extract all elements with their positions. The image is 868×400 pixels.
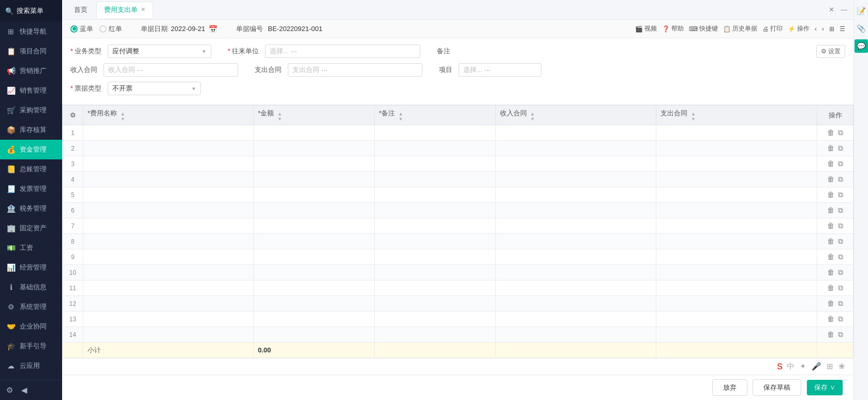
row-amount[interactable] [254, 312, 375, 327]
row-expense-contract[interactable] [656, 265, 817, 280]
row-note[interactable] [374, 203, 495, 218]
toolbar-nav-prev[interactable]: ‹ [815, 25, 817, 33]
row-expense-contract[interactable] [656, 125, 817, 141]
row-expense-name[interactable] [83, 296, 254, 312]
toolbar-list-icon[interactable]: ☰ [840, 25, 845, 33]
close-window-icon[interactable]: ✕ [827, 5, 836, 14]
row-copy-icon[interactable]: ⧉ [838, 253, 843, 261]
row-expense-contract[interactable] [656, 296, 817, 312]
row-income-contract[interactable] [495, 296, 656, 312]
row-income-contract[interactable] [495, 249, 656, 265]
row-note[interactable] [374, 172, 495, 187]
row-income-contract[interactable] [495, 156, 656, 172]
row-note[interactable] [374, 156, 495, 172]
sidebar-item-system[interactable]: ⚙系统管理 [0, 297, 62, 317]
sidebar-item-quick-nav[interactable]: ⊞快捷导航 [0, 22, 62, 41]
sidebar-item-operations[interactable]: 📊经营管理 [0, 258, 62, 277]
row-expense-name[interactable] [83, 156, 254, 172]
row-delete-icon[interactable]: 🗑 [827, 315, 834, 323]
sidebar-search[interactable]: 🔍 搜索菜单 [0, 0, 62, 22]
row-expense-contract[interactable] [656, 218, 817, 234]
row-amount[interactable] [254, 234, 375, 249]
row-note[interactable] [374, 296, 495, 312]
calendar-icon[interactable]: 📅 [209, 25, 217, 33]
toolbar-grid-icon[interactable]: ⊞ [829, 25, 834, 33]
brand-icon-5[interactable]: ❀ [838, 362, 845, 372]
row-amount[interactable] [254, 187, 375, 203]
row-expense-name[interactable] [83, 265, 254, 280]
red-bill-radio[interactable]: 红单 [99, 24, 122, 34]
row-expense-contract[interactable] [656, 141, 817, 156]
row-note[interactable] [374, 280, 495, 296]
income-contract-dots[interactable]: ··· [137, 66, 143, 74]
settings-icon[interactable]: ⚙ [6, 386, 13, 395]
row-expense-name[interactable] [83, 327, 254, 343]
row-expense-contract[interactable] [656, 327, 817, 343]
row-copy-icon[interactable]: ⧉ [838, 159, 843, 168]
right-panel-note[interactable]: 📝 [855, 4, 868, 18]
sidebar-item-purchase[interactable]: 🛒采购管理 [0, 100, 62, 120]
project-dots[interactable]: ··· [484, 66, 491, 74]
sidebar-item-fixed-assets[interactable]: 🏢固定资产 [0, 218, 62, 238]
ops-btn[interactable]: ⚡ 操作 [788, 24, 810, 33]
row-delete-icon[interactable]: 🗑 [827, 175, 834, 183]
sidebar-item-tax[interactable]: 🏦税务管理 [0, 199, 62, 218]
row-delete-icon[interactable]: 🗑 [827, 268, 834, 276]
row-copy-icon[interactable]: ⧉ [838, 237, 843, 245]
sidebar-item-newbie[interactable]: 🎓新手引导 [0, 336, 62, 356]
shortcut-btn[interactable]: ⌨ 快捷键 [689, 24, 718, 33]
minimize-icon[interactable]: — [838, 5, 849, 14]
sidebar-item-marketing[interactable]: 📢营销推广 [0, 61, 62, 81]
row-copy-icon[interactable]: ⧉ [838, 299, 843, 307]
sidebar-item-project-contract[interactable]: 📋项目合同 [0, 41, 62, 61]
blue-bill-radio[interactable]: 蓝单 [70, 24, 93, 34]
row-delete-icon[interactable]: 🗑 [827, 237, 834, 245]
row-income-contract[interactable] [495, 234, 656, 249]
row-copy-icon[interactable]: ⧉ [838, 175, 843, 183]
row-amount[interactable] [254, 172, 375, 187]
expense-contract-field[interactable]: 支出合同 ··· [288, 63, 422, 77]
sidebar-item-payroll[interactable]: 💵工资 [0, 238, 62, 258]
income-contract-field[interactable]: 收入合同 ··· [104, 63, 238, 77]
row-income-contract[interactable] [495, 187, 656, 203]
row-delete-icon[interactable]: 🗑 [827, 253, 834, 261]
row-expense-contract[interactable] [656, 280, 817, 296]
partner-field[interactable]: 选择... ··· [265, 45, 420, 58]
row-delete-icon[interactable]: 🗑 [827, 284, 834, 292]
sidebar-item-sales[interactable]: 📈销售管理 [0, 81, 62, 100]
row-expense-contract[interactable] [656, 249, 817, 265]
expense-contract-dots[interactable]: ··· [321, 66, 328, 74]
sidebar-item-cloud-apps[interactable]: ☁云应用 [0, 356, 62, 376]
brand-icon-4[interactable]: ⊞ [827, 362, 833, 372]
row-note[interactable] [374, 249, 495, 265]
row-copy-icon[interactable]: ⧉ [838, 315, 843, 323]
row-amount[interactable] [254, 265, 375, 280]
row-copy-icon[interactable]: ⧉ [838, 330, 843, 338]
tab-expense[interactable]: 费用支出单✕ [96, 2, 153, 18]
row-expense-contract[interactable] [656, 187, 817, 203]
history-btn[interactable]: 📋 历史单据 [723, 24, 757, 33]
biz-type-select[interactable]: 应付调整 ▼ [108, 45, 211, 58]
row-expense-contract[interactable] [656, 172, 817, 187]
row-note[interactable] [374, 312, 495, 327]
save-draft-button[interactable]: 保存草稿 [753, 379, 801, 396]
help-btn[interactable]: ❓ 帮助 [662, 24, 684, 33]
row-income-contract[interactable] [495, 218, 656, 234]
row-expense-name[interactable] [83, 203, 254, 218]
row-amount[interactable] [254, 156, 375, 172]
row-delete-icon[interactable]: 🗑 [827, 221, 834, 230]
row-expense-name[interactable] [83, 141, 254, 156]
doc-no-value[interactable]: BE-20220921-001 [268, 25, 323, 33]
row-expense-name[interactable] [83, 280, 254, 296]
row-delete-icon[interactable]: 🗑 [827, 330, 834, 338]
row-delete-icon[interactable]: 🗑 [827, 159, 834, 168]
row-expense-name[interactable] [83, 187, 254, 203]
save-button[interactable]: 保存 ∨ [806, 379, 843, 396]
volume-icon[interactable]: ◀ [21, 386, 27, 395]
row-note[interactable] [374, 265, 495, 280]
row-expense-name[interactable] [83, 249, 254, 265]
row-delete-icon[interactable]: 🗑 [827, 299, 834, 307]
row-income-contract[interactable] [495, 280, 656, 296]
row-expense-name[interactable] [83, 125, 254, 141]
sidebar-item-accounting[interactable]: 📒总账管理 [0, 159, 62, 179]
